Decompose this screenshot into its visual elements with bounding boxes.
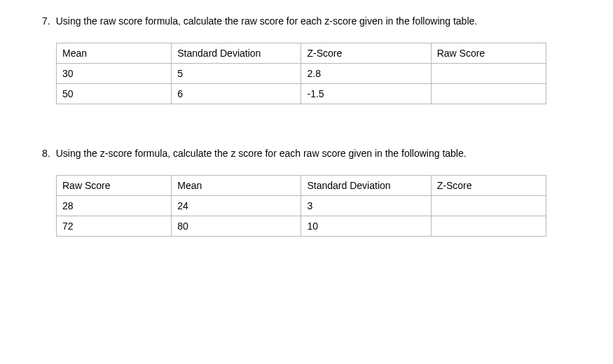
question-number: 8. [42, 146, 50, 161]
question-body: Using the raw score formula, calculate t… [56, 14, 571, 29]
table-header-cell: Raw Score [57, 176, 172, 196]
table-cell: 6 [172, 84, 301, 104]
table-header-cell: Mean [57, 43, 172, 64]
data-table: Mean Standard Deviation Z-Score Raw Scor… [56, 43, 546, 104]
table-header-cell: Mean [172, 176, 301, 196]
table-header-row: Raw Score Mean Standard Deviation Z-Scor… [57, 176, 546, 196]
table-cell [431, 216, 546, 237]
table-row: 30 5 2.8 [57, 64, 546, 84]
table-cell: 72 [57, 216, 172, 237]
table-header-cell: Standard Deviation [301, 176, 431, 196]
question-text: 7. Using the raw score formula, calculat… [42, 14, 571, 29]
table-row: 28 24 3 [57, 196, 546, 216]
table-header-cell: Z-Score [301, 43, 431, 64]
table-row: 50 6 -1.5 [57, 84, 546, 104]
table-row: 72 80 10 [57, 216, 546, 237]
table-header-row: Mean Standard Deviation Z-Score Raw Scor… [57, 43, 546, 64]
table-cell [431, 84, 546, 104]
table-cell: 80 [172, 216, 301, 237]
table-cell: 30 [57, 64, 172, 84]
table-cell: 24 [172, 196, 301, 216]
question-7: 7. Using the raw score formula, calculat… [42, 14, 571, 104]
question-8: 8. Using the z-score formula, calculate … [42, 146, 571, 237]
data-table: Raw Score Mean Standard Deviation Z-Scor… [56, 175, 546, 237]
table-cell: 2.8 [301, 64, 431, 84]
question-body: Using the z-score formula, calculate the… [56, 146, 571, 161]
table-header-cell: Raw Score [431, 43, 546, 64]
table-cell: -1.5 [301, 84, 431, 104]
question-text: 8. Using the z-score formula, calculate … [42, 146, 571, 161]
table-header-cell: Z-Score [431, 176, 546, 196]
table-cell [431, 64, 546, 84]
table-cell: 50 [57, 84, 172, 104]
question-number: 7. [42, 14, 50, 29]
table-header-cell: Standard Deviation [172, 43, 301, 64]
table-cell: 5 [172, 64, 301, 84]
table-cell [431, 196, 546, 216]
table-cell: 3 [301, 196, 431, 216]
table-cell: 10 [301, 216, 431, 237]
table-cell: 28 [57, 196, 172, 216]
